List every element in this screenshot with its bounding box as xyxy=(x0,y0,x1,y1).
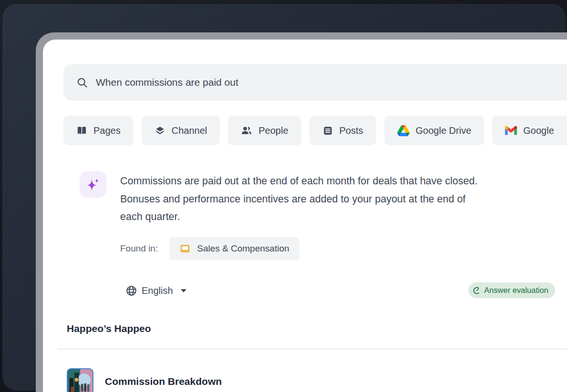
answer-line: Bonuses and performance incentives are a… xyxy=(120,191,477,209)
chevron-down-icon xyxy=(181,289,186,292)
gmail-icon xyxy=(505,125,517,137)
filter-chip-people[interactable]: People xyxy=(228,116,301,145)
filter-chip-label: People xyxy=(258,125,288,136)
section-divider xyxy=(58,349,567,350)
filter-chip-google-drive[interactable]: Google Drive xyxy=(384,116,485,145)
filter-chip-label: Pages xyxy=(93,125,121,136)
search-icon xyxy=(76,77,88,89)
language-selector[interactable]: English xyxy=(125,282,186,299)
found-in-label: Found in: xyxy=(120,243,158,254)
filter-chip-posts[interactable]: Posts xyxy=(309,116,376,145)
google-drive-icon xyxy=(397,125,410,136)
answer-evaluation-label: Answer evaluation xyxy=(484,286,548,295)
source-page-label: Sales & Compensation xyxy=(197,243,289,254)
results-section-title: Happeo’s Happeo xyxy=(67,323,151,334)
source-page-chip[interactable]: Sales & Compensation xyxy=(169,237,299,260)
result-title: Commission Breakdown xyxy=(105,376,222,387)
gauge-icon xyxy=(473,286,481,295)
answer-evaluation-badge[interactable]: Answer evaluation xyxy=(468,282,555,298)
filter-chip-row: Pages Channel xyxy=(63,116,567,145)
found-in-row: Found in: Sales & Compensation xyxy=(120,237,299,260)
page-thumbnail-icon xyxy=(179,243,191,254)
ai-answer-block: Commissions are paid out at the end of e… xyxy=(80,171,477,226)
window-frame: When commissions are paid out Pages xyxy=(36,32,567,392)
language-label: English xyxy=(142,285,173,296)
filter-chip-label: Channel xyxy=(172,125,207,136)
ai-answer-text: Commissions are paid out at the end of e… xyxy=(120,171,477,226)
posts-icon xyxy=(322,125,333,136)
answer-line: each quarter. xyxy=(120,208,477,226)
filter-chip-label: Google xyxy=(523,125,554,136)
filter-chip-google-mail[interactable]: Google xyxy=(492,116,567,145)
filter-chip-label: Posts xyxy=(340,125,363,136)
result-item-commission-breakdown[interactable]: Commission Breakdown xyxy=(67,368,222,392)
channel-layers-icon xyxy=(155,125,165,136)
result-thumbnail xyxy=(67,368,93,392)
search-window: When commissions are paid out Pages xyxy=(43,40,567,392)
search-input[interactable]: When commissions are paid out xyxy=(63,64,567,101)
search-query-text: When commissions are paid out xyxy=(96,77,238,88)
filter-chip-pages[interactable]: Pages xyxy=(63,116,134,145)
globe-icon xyxy=(125,285,137,297)
ai-sparkle-icon xyxy=(80,171,106,198)
filter-chip-label: Google Drive xyxy=(416,125,472,136)
pages-icon xyxy=(76,125,87,136)
people-icon xyxy=(241,125,252,136)
answer-line: Commissions are paid out at the end of e… xyxy=(120,172,477,191)
filter-chip-channel[interactable]: Channel xyxy=(142,116,220,145)
